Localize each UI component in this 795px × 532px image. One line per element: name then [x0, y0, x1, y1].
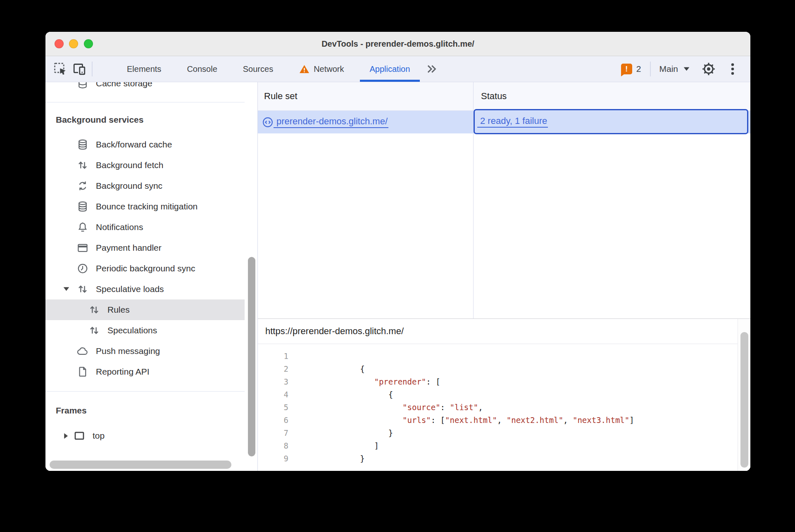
application-sidebar: Cache storage Background services Back/f… — [45, 82, 258, 471]
line-number: 7 — [258, 427, 294, 439]
cloud-icon — [76, 345, 89, 357]
sidebar-item-notifications[interactable]: Notifications — [45, 217, 245, 238]
tab-application[interactable]: Application — [357, 56, 423, 82]
frame-icon — [73, 430, 86, 442]
rule-set-table: Rule set Status prerender-demos.glitch.m… — [258, 82, 750, 319]
caret-right-icon[interactable] — [63, 432, 69, 439]
sidebar-vertical-scrollbar[interactable] — [248, 257, 255, 456]
device-toolbar-icon — [72, 62, 87, 76]
code-line: 7 } — [258, 427, 738, 439]
column-header-rule-set: Rule set — [264, 82, 298, 110]
line-number: 2 — [258, 363, 294, 375]
line-number: 3 — [258, 375, 294, 388]
code-line: 9 } — [258, 452, 738, 465]
code-circle-icon — [262, 116, 274, 128]
code-line: 5 "source": "list", — [258, 401, 738, 414]
credit-card-icon — [76, 242, 89, 254]
code-line: 6 "urls": ["next.html", "next2.html", "n… — [258, 414, 738, 427]
database-icon — [76, 138, 89, 151]
toggle-device-toolbar-button[interactable] — [72, 62, 87, 76]
sidebar-item-reporting-api[interactable]: Reporting API — [45, 361, 245, 382]
rule-set-link[interactable]: prerender-demos.glitch.me/ — [274, 116, 388, 128]
up-down-arrows-icon — [76, 159, 89, 171]
sidebar-separator — [45, 102, 245, 102]
more-tabs-button[interactable] — [425, 63, 438, 75]
issues-badge-icon[interactable]: ! — [621, 64, 632, 74]
column-header-status: Status — [481, 82, 507, 110]
kebab-menu-icon[interactable] — [726, 62, 739, 76]
document-icon — [76, 366, 89, 378]
chevron-double-right-icon — [425, 63, 438, 75]
sidebar-item-rules[interactable]: Rules — [45, 299, 245, 320]
sidebar-horizontal-scrollbar[interactable] — [50, 461, 231, 469]
tab-elements[interactable]: Elements — [114, 56, 174, 82]
titlebar: DevTools - prerender-demos.glitch.me/ — [45, 32, 750, 56]
code-line: 4 { — [258, 388, 738, 401]
cache-storage-icon — [76, 82, 89, 90]
chevron-down-icon[interactable] — [683, 66, 690, 72]
table-header: Rule set Status — [258, 82, 750, 111]
clock-icon — [76, 262, 89, 275]
sidebar-item-back-forward-cache[interactable]: Back/forward cache — [45, 134, 245, 155]
line-number: 6 — [258, 414, 294, 427]
line-number: 8 — [258, 439, 294, 452]
speculative-loads-panel: Rule set Status prerender-demos.glitch.m… — [258, 82, 750, 471]
inspect-element-button[interactable] — [53, 62, 68, 76]
code-line: 2 { — [258, 363, 738, 375]
preview-scrollbar-thumb[interactable] — [740, 332, 748, 468]
sidebar-item-bounce-tracking-mitigation[interactable]: Bounce tracking mitigation — [45, 196, 245, 217]
sidebar-item-cache-storage[interactable]: Cache storage — [45, 82, 245, 94]
up-down-arrows-icon — [88, 324, 100, 337]
code-line: 8 ] — [258, 439, 738, 452]
bell-icon — [76, 221, 89, 233]
line-number: 9 — [258, 452, 294, 465]
target-selector[interactable]: Main — [659, 64, 678, 74]
window-title: DevTools - prerender-demos.glitch.me/ — [45, 32, 750, 56]
settings-gear-icon[interactable] — [701, 61, 716, 77]
inspect-cursor-icon — [53, 62, 68, 76]
sidebar-item-periodic-background-sync[interactable]: Periodic background sync — [45, 258, 245, 279]
devtools-content: Cache storage Background services Back/f… — [45, 82, 750, 471]
line-number: 4 — [258, 388, 294, 401]
section-header-background-services: Background services — [56, 109, 143, 130]
tab-console[interactable]: Console — [174, 56, 230, 82]
preview-source-url: https://prerender-demos.glitch.me/ — [258, 319, 750, 344]
up-down-arrows-icon — [76, 283, 89, 295]
panel-tabs: Elements Console Sources Network Applica… — [114, 56, 423, 82]
toolbar-divider — [650, 62, 651, 76]
line-number: 1 — [258, 350, 294, 363]
status-cell-selected[interactable]: 2 ready, 1 failure — [474, 109, 748, 134]
devtools-toolbar: Elements Console Sources Network Applica… — [45, 56, 750, 82]
screen: { "window": { "title": "DevTools - prere… — [0, 0, 795, 532]
sidebar-separator — [45, 391, 245, 392]
sidebar-item-push-messaging[interactable]: Push messaging — [45, 341, 245, 361]
sidebar-item-background-fetch[interactable]: Background fetch — [45, 155, 245, 176]
caret-down-icon[interactable] — [63, 286, 70, 292]
tab-sources[interactable]: Sources — [230, 56, 286, 82]
toolbar-divider — [92, 62, 93, 76]
code-viewer[interactable]: 1 2 { 3 "prerender": [ 4 { — [258, 344, 738, 471]
sidebar-item-top-frame[interactable]: top — [45, 425, 245, 446]
code-line: 3 "prerender": [ — [258, 375, 738, 388]
issues-count: 2 — [636, 64, 641, 74]
rule-set-cell: prerender-demos.glitch.me/ — [258, 116, 388, 128]
sidebar-item-payment-handler[interactable]: Payment handler — [45, 238, 245, 258]
rule-set-preview: https://prerender-demos.glitch.me/ 1 2 {… — [258, 319, 750, 471]
line-number: 5 — [258, 401, 294, 414]
status-link[interactable]: 2 ready, 1 failure — [477, 116, 548, 128]
toolbar-right-group: ! 2 Main — [621, 61, 750, 77]
up-down-arrows-icon — [88, 304, 100, 316]
sidebar-item-background-sync[interactable]: Background sync — [45, 176, 245, 196]
preview-scrollbar-track[interactable] — [738, 319, 750, 471]
devtools-window: DevTools - prerender-demos.glitch.me/ — [45, 32, 750, 471]
sidebar-item-speculative-loads[interactable]: Speculative loads — [45, 279, 245, 299]
warning-triangle-icon — [299, 64, 310, 75]
sidebar-item-speculations[interactable]: Speculations — [45, 320, 245, 341]
sync-icon — [76, 180, 89, 192]
code-line: 1 — [258, 350, 738, 363]
section-header-frames: Frames — [56, 400, 87, 421]
tab-network[interactable]: Network — [286, 56, 357, 82]
database-icon — [76, 200, 89, 213]
